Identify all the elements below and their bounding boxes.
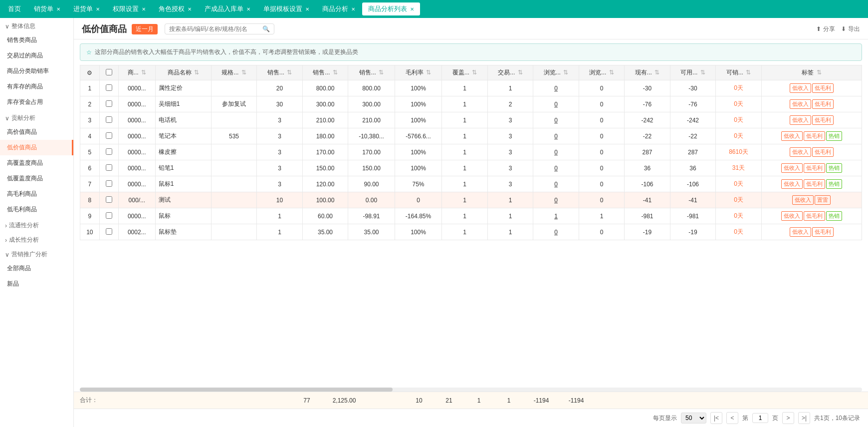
- first-page-button[interactable]: |<: [710, 412, 722, 424]
- nav-roles[interactable]: 角色授权 ✕: [153, 2, 198, 15]
- tag-label: 低收入: [792, 195, 814, 205]
- nav-product-analysis[interactable]: 商品分析 ✕: [316, 2, 361, 15]
- row-browse1[interactable]: 0: [533, 224, 579, 240]
- th-sales1[interactable]: 销售... ⇅: [257, 65, 303, 80]
- search-input[interactable]: [169, 25, 259, 32]
- sidebar-item-low-value[interactable]: 低价值商品: [0, 140, 73, 155]
- row-sales2: 800.00: [302, 80, 348, 96]
- sidebar-item-high-margin[interactable]: 高毛利商品: [0, 186, 73, 202]
- th-coverage[interactable]: 覆盖... ⇅: [442, 65, 488, 80]
- sidebar-item-sales-goods[interactable]: 销售类商品: [0, 32, 73, 48]
- nav-close-icon2[interactable]: ✕: [96, 6, 100, 12]
- row-browse2: 0: [579, 160, 625, 176]
- th-settings[interactable]: ⚙: [80, 65, 100, 80]
- sidebar-item-high-value[interactable]: 高价值商品: [0, 124, 73, 140]
- th-current-stock[interactable]: 现有... ⇅: [625, 65, 670, 80]
- sidebar-item-traded-goods[interactable]: 交易过的商品: [0, 48, 73, 63]
- export-button[interactable]: ⬇ 导出: [841, 25, 860, 33]
- sidebar-item-low-margin[interactable]: 低毛利商品: [0, 202, 73, 217]
- row-spec: [211, 160, 257, 176]
- horizontal-scrollbar[interactable]: [80, 388, 862, 392]
- page-size-select[interactable]: 50 100: [681, 413, 706, 424]
- row-checkbox[interactable]: [99, 192, 118, 208]
- share-button[interactable]: ⬆ 分享: [816, 25, 835, 33]
- search-icon[interactable]: 🔍: [262, 25, 270, 32]
- scrollbar-thumb[interactable]: [80, 388, 393, 392]
- next-page-button[interactable]: >: [782, 412, 794, 424]
- last-page-button[interactable]: >|: [798, 412, 810, 424]
- nav-close-icon6[interactable]: ✕: [305, 6, 309, 12]
- row-checkbox[interactable]: [99, 176, 118, 192]
- row-current-stock: -76: [625, 96, 670, 112]
- nav-home[interactable]: 首页: [2, 2, 27, 15]
- row-checkbox[interactable]: [99, 224, 118, 240]
- sidebar-item-stock-capital[interactable]: 库存资金占用: [0, 94, 73, 110]
- th-saleable-stock[interactable]: 可销... ⇅: [716, 65, 762, 80]
- prev-page-button[interactable]: <: [726, 412, 738, 424]
- sidebar-item-category-rate[interactable]: 商品分类助销率: [0, 63, 73, 79]
- row-checkbox[interactable]: [99, 96, 118, 112]
- row-sales1: 3: [257, 144, 303, 160]
- th-browse2[interactable]: 浏览... ⇅: [579, 65, 625, 80]
- row-checkbox[interactable]: [99, 112, 118, 128]
- th-browse1[interactable]: 浏览... ⇅: [533, 65, 579, 80]
- th-sales2[interactable]: 销售... ⇅: [302, 65, 348, 80]
- row-name: 鼠标1: [155, 176, 211, 192]
- row-browse1[interactable]: 0: [533, 144, 579, 160]
- row-browse1[interactable]: 0: [533, 96, 579, 112]
- th-code[interactable]: 商... ⇅: [118, 65, 155, 80]
- nav-purchase-order[interactable]: 进货单 ✕: [67, 2, 106, 15]
- nav-close-icon3[interactable]: ✕: [142, 6, 146, 12]
- row-browse1[interactable]: 0: [533, 128, 579, 144]
- row-browse1[interactable]: 0: [533, 192, 579, 208]
- nav-close-icon4[interactable]: ✕: [188, 6, 192, 12]
- sidebar-section-general[interactable]: ∨ 整体信息: [0, 18, 73, 32]
- share-icon: ⬆: [816, 25, 821, 32]
- row-browse1[interactable]: 0: [533, 176, 579, 192]
- row-coverage: 1: [442, 144, 488, 160]
- row-checkbox[interactable]: [99, 160, 118, 176]
- sidebar-section-contribution[interactable]: ∨ 贡献分析: [0, 110, 73, 124]
- sidebar-item-new-goods[interactable]: 新品: [0, 276, 73, 292]
- time-tag-button[interactable]: 近一月: [132, 24, 158, 34]
- row-browse1[interactable]: 0: [533, 160, 579, 176]
- nav-permissions[interactable]: 权限设置 ✕: [107, 2, 152, 15]
- nav-close-icon5[interactable]: ✕: [246, 6, 250, 12]
- table-row: 7 0000... 鼠标1 3 120.00 90.00 75% 1 3 0 0…: [80, 176, 862, 192]
- th-spec[interactable]: 规格... ⇅: [211, 65, 257, 80]
- row-sales3: 800.00: [348, 80, 395, 96]
- row-coverage: 1: [442, 96, 488, 112]
- th-checkbox[interactable]: [99, 65, 118, 80]
- th-name[interactable]: 商品名称 ⇅: [155, 65, 211, 80]
- sidebar-item-all-goods[interactable]: 全部商品: [0, 261, 73, 276]
- nav-template[interactable]: 单据模板设置 ✕: [257, 2, 315, 15]
- row-browse1[interactable]: 1: [533, 208, 579, 224]
- tag-label: 低毛利: [804, 179, 825, 189]
- nav-product-analysis-list[interactable]: 商品分析列表 ✕: [362, 2, 420, 15]
- th-available-stock[interactable]: 可用... ⇅: [670, 65, 716, 80]
- sidebar-item-stock-goods[interactable]: 有库存的商品: [0, 79, 73, 94]
- row-checkbox[interactable]: [99, 208, 118, 224]
- th-trade[interactable]: 交易... ⇅: [487, 65, 533, 80]
- th-sales3[interactable]: 销售... ⇅: [348, 65, 395, 80]
- nav-sales-order[interactable]: 销货单 ✕: [28, 2, 66, 15]
- sidebar-item-low-coverage[interactable]: 低覆盖度商品: [0, 171, 73, 186]
- sidebar-item-high-coverage[interactable]: 高覆盖度商品: [0, 155, 73, 171]
- row-checkbox[interactable]: [99, 144, 118, 160]
- sidebar-section-marketing[interactable]: ∨ 营销推广分析: [0, 246, 73, 261]
- row-checkbox[interactable]: [99, 128, 118, 144]
- nav-close-icon[interactable]: ✕: [56, 6, 60, 12]
- th-margin[interactable]: 毛利率 ⇅: [395, 65, 441, 80]
- page-number-input[interactable]: [752, 413, 768, 423]
- chevron-right-icon: ›: [5, 222, 7, 229]
- th-tags[interactable]: 标签 ⇅: [761, 65, 862, 80]
- sidebar-section-growth[interactable]: › 成长性分析: [0, 232, 73, 246]
- nav-close-icon7[interactable]: ✕: [351, 6, 355, 12]
- nav-close-icon8[interactable]: ✕: [410, 6, 414, 12]
- row-checkbox[interactable]: [99, 80, 118, 96]
- sidebar-section-circulation[interactable]: › 流通性分析: [0, 217, 73, 232]
- row-browse1[interactable]: 0: [533, 112, 579, 128]
- nav-stock-in[interactable]: 产成品入库单 ✕: [199, 2, 256, 15]
- row-browse1[interactable]: 0: [533, 80, 579, 96]
- row-days: 0天: [716, 128, 762, 144]
